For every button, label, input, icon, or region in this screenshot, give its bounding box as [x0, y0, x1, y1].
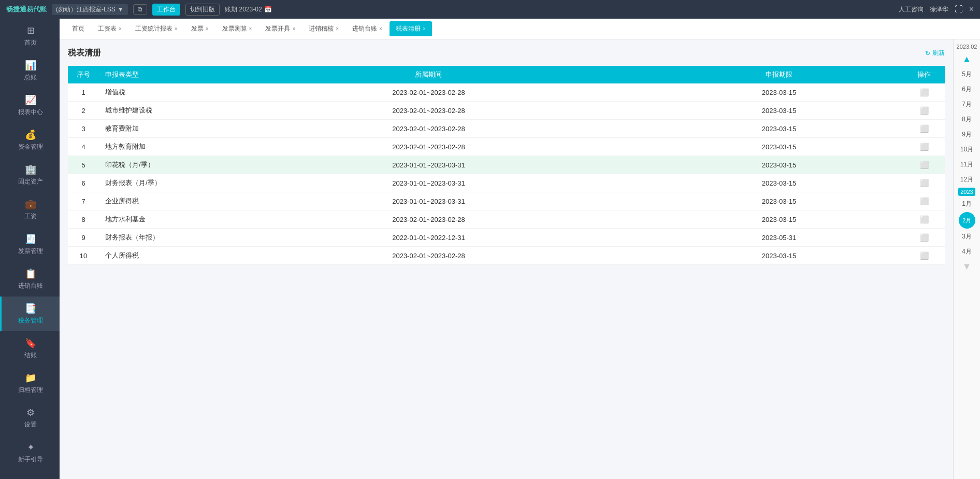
refresh-button[interactable]: ↻ 刷新	[925, 49, 945, 58]
tab-invoice-open[interactable]: 发票开具 ×	[259, 21, 301, 36]
tab-close-invoice[interactable]: ×	[206, 26, 209, 32]
sidebar-item-report[interactable]: 📈 报表中心	[0, 88, 60, 123]
tax-icon: 📑	[25, 303, 36, 314]
sidebar-item-purchase-sales[interactable]: 📋 进销台账	[0, 262, 60, 297]
tab-invoice-calc[interactable]: 发票测算 ×	[216, 21, 258, 36]
sidebar-label-fixed-asset: 固定资产	[18, 177, 43, 186]
user-name: 徐泽华	[930, 5, 948, 14]
cell-index: 7	[68, 192, 99, 210]
cell-deadline: 2023-03-15	[655, 174, 903, 192]
maximize-icon[interactable]: ⛶	[955, 5, 963, 14]
tab-tax-register[interactable]: 税表清册 ×	[390, 21, 432, 36]
home-icon: ⊞	[27, 25, 35, 36]
tax-table: 序号 申报表类型 所属期间 申报期限 操作 1 增值税 2023-02-01~2…	[68, 66, 945, 265]
sidebar-item-home[interactable]: ⊞ 首页	[0, 19, 60, 53]
tab-home[interactable]: 首页	[66, 21, 91, 36]
action-icon[interactable]: ⬜	[920, 124, 929, 133]
month-9[interactable]: 9月	[957, 128, 977, 142]
col-header-type: 申报表类型	[99, 66, 203, 83]
human-service[interactable]: 人工咨询	[899, 5, 924, 14]
sidebar-item-fund[interactable]: 💰 资金管理	[0, 123, 60, 158]
action-icon[interactable]: ⬜	[920, 143, 929, 151]
cell-type: 地方教育附加	[99, 138, 203, 156]
switch-button[interactable]: 切到旧版	[185, 4, 220, 16]
prev-year-button[interactable]: ▲	[960, 52, 974, 67]
action-icon[interactable]: ⬜	[920, 251, 929, 260]
sidebar-item-settlement[interactable]: 🔖 结账	[0, 331, 60, 366]
month-10[interactable]: 10月	[957, 143, 977, 157]
sidebar-label-archive: 归档管理	[18, 386, 43, 395]
table-row: 5 印花税（月/季） 2023-01-01~2023-03-31 2023-03…	[68, 156, 945, 174]
tab-close-payroll[interactable]: ×	[119, 26, 122, 32]
action-icon[interactable]: ⬜	[920, 161, 929, 169]
month-11[interactable]: 11月	[957, 158, 977, 172]
sidebar-item-payroll[interactable]: 💼 工资	[0, 192, 60, 227]
cell-index: 2	[68, 102, 99, 120]
cell-type: 增值税	[99, 83, 203, 102]
fixed-asset-icon: 🏢	[25, 164, 36, 175]
month-5[interactable]: 5月	[957, 67, 977, 81]
calendar-icon[interactable]: 📅	[264, 6, 272, 13]
action-icon[interactable]: ⬜	[920, 88, 929, 96]
copy-button[interactable]: ⧉	[133, 4, 147, 15]
action-icon[interactable]: ⬜	[920, 215, 929, 223]
month-4[interactable]: 4月	[957, 245, 977, 259]
purchase-sales-icon: 📋	[25, 268, 36, 279]
table-row: 4 地方教育附加 2023-02-01~2023-02-28 2023-03-1…	[68, 138, 945, 156]
cell-action: ⬜	[903, 174, 945, 192]
month-12[interactable]: 12月	[957, 173, 977, 187]
tab-payroll[interactable]: 工资表 ×	[92, 21, 128, 36]
action-icon[interactable]: ⬜	[920, 179, 929, 187]
company-selector[interactable]: (勿动）江西报室-LSS ▼	[52, 4, 128, 15]
tab-invoice[interactable]: 发票 ×	[185, 21, 215, 36]
cell-deadline: 2023-03-15	[655, 120, 903, 138]
month-7[interactable]: 7月	[957, 97, 977, 111]
action-icon[interactable]: ⬜	[920, 233, 929, 242]
company-dropdown-icon: ▼	[118, 6, 124, 13]
month-2-active[interactable]: 2月	[959, 212, 975, 229]
month-6[interactable]: 6月	[957, 82, 977, 96]
tab-close-payroll-report[interactable]: ×	[175, 26, 178, 32]
tab-close-tax-register[interactable]: ×	[423, 26, 426, 32]
action-icon[interactable]: ⬜	[920, 197, 929, 205]
sidebar-label-guide: 新手引导	[18, 455, 43, 464]
sidebar-item-ledger[interactable]: 📊 总账	[0, 53, 60, 88]
sidebar-item-guide[interactable]: ✦ 新手引导	[0, 435, 60, 470]
cell-index: 1	[68, 83, 99, 102]
next-year-button[interactable]: ▼	[960, 259, 974, 274]
tab-invoice-account[interactable]: 进销台账 ×	[346, 21, 388, 36]
sidebar-item-archive[interactable]: 📁 归档管理	[0, 366, 60, 401]
sidebar-item-tax[interactable]: 📑 税务管理	[0, 297, 60, 331]
tab-payroll-report[interactable]: 工资统计报表 ×	[129, 21, 184, 36]
cell-deadline: 2023-03-15	[655, 102, 903, 120]
cell-index: 9	[68, 229, 99, 247]
cell-period: 2023-01-01~2023-03-31	[203, 192, 655, 210]
col-header-deadline: 申报期限	[655, 66, 903, 83]
table-row: 1 增值税 2023-02-01~2023-02-28 2023-03-15 ⬜	[68, 83, 945, 102]
sidebar-item-fixed-asset[interactable]: 🏢 固定资产	[0, 158, 60, 192]
table-row: 8 地方水利基金 2023-02-01~2023-02-28 2023-03-1…	[68, 210, 945, 229]
cell-type: 城市维护建设税	[99, 102, 203, 120]
cell-deadline: 2023-03-15	[655, 247, 903, 265]
cell-deadline: 2023-05-31	[655, 229, 903, 247]
report-icon: 📈	[25, 94, 36, 106]
sidebar-item-invoice[interactable]: 🧾 发票管理	[0, 227, 60, 262]
close-window-icon[interactable]: ×	[969, 5, 974, 14]
cell-index: 6	[68, 174, 99, 192]
col-header-action: 操作	[903, 66, 945, 83]
action-icon[interactable]: ⬜	[920, 106, 929, 115]
cell-deadline: 2023-03-15	[655, 138, 903, 156]
tab-close-invoice-account[interactable]: ×	[379, 26, 382, 32]
tab-close-invoice-check[interactable]: ×	[336, 26, 339, 32]
month-8[interactable]: 8月	[957, 112, 977, 126]
tab-close-invoice-calc[interactable]: ×	[249, 26, 252, 32]
payroll-icon: 💼	[25, 199, 36, 210]
month-1[interactable]: 1月	[957, 197, 977, 211]
topbar-right: 人工咨询 徐泽华 ⛶ ×	[899, 5, 974, 14]
workspace-button[interactable]: 工作台	[152, 4, 180, 16]
month-3[interactable]: 3月	[957, 230, 977, 244]
sidebar-item-settings[interactable]: ⚙ 设置	[0, 401, 60, 435]
tab-invoice-check[interactable]: 进销稽核 ×	[302, 21, 345, 36]
tab-close-invoice-open[interactable]: ×	[292, 26, 295, 32]
sidebar-item-member[interactable]: ◇ 畅会员	[0, 470, 60, 479]
